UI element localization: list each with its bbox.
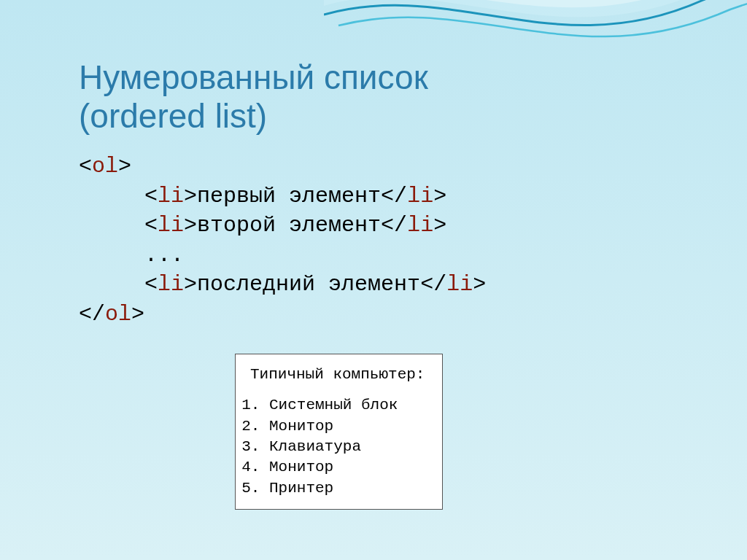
li3-close-lt: </ (420, 272, 446, 297)
list-item: Клавиатура (269, 437, 425, 457)
slide: Нумерованный список (ordered list) <ol> … (0, 0, 747, 560)
li2-open-lt: < (144, 213, 158, 238)
indent-3 (79, 243, 144, 268)
ol-close-name: ol (105, 302, 131, 327)
code-item-3: последний элемент (197, 272, 420, 297)
example-ordered-list: Системный блок Монитор Клавиатура Монито… (250, 395, 425, 499)
ol-open-lt: < (79, 154, 92, 179)
title-line-2: (ordered list) (79, 97, 267, 135)
example-output-box: Типичный компьютер: Системный блок Монит… (235, 354, 443, 510)
code-ellipsis: ... (144, 243, 184, 268)
indent-2 (79, 213, 144, 238)
list-item: Принтер (269, 478, 425, 499)
li1-open-gt: > (184, 184, 197, 209)
li2-close-lt: </ (381, 213, 407, 238)
li1-close-gt: > (433, 184, 446, 209)
li1-close-name: li (407, 184, 433, 209)
ol-open-name: ol (92, 154, 118, 179)
li1-open-lt: < (144, 184, 158, 209)
code-item-2: второй элемент (197, 213, 381, 238)
li3-close-gt: > (473, 272, 486, 297)
ol-close-lt: </ (79, 302, 105, 327)
title-line-1: Нумерованный список (79, 58, 428, 96)
code-item-1: первый элемент (197, 184, 381, 209)
li1-close-lt: </ (381, 184, 407, 209)
li1-open-name: li (158, 184, 184, 209)
example-heading: Типичный компьютер: (250, 365, 425, 385)
indent-4 (79, 272, 144, 297)
li3-open-lt: < (144, 272, 158, 297)
list-item: Монитор (269, 457, 425, 478)
li3-open-gt: > (184, 272, 197, 297)
list-item: Монитор (269, 416, 425, 437)
li2-close-name: li (407, 213, 433, 238)
list-item: Системный блок (269, 395, 425, 416)
ol-close-gt: > (131, 302, 144, 327)
slide-title: Нумерованный список (ordered list) (79, 58, 428, 136)
li2-open-gt: > (184, 213, 197, 238)
li3-open-name: li (158, 272, 184, 297)
code-block: <ol> <li>первый элемент</li> <li>второй … (79, 152, 486, 329)
li2-close-gt: > (433, 213, 446, 238)
ol-open-gt: > (118, 154, 131, 179)
li3-close-name: li (446, 272, 473, 297)
li2-open-name: li (158, 213, 184, 238)
indent-1 (79, 184, 144, 209)
